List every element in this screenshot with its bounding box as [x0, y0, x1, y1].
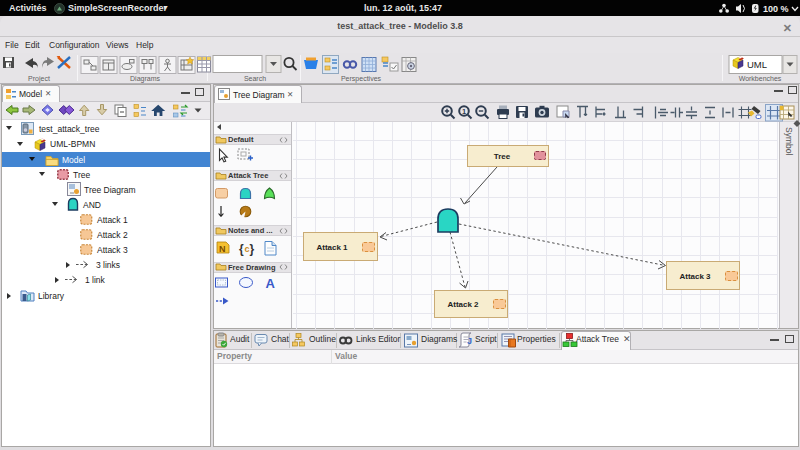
svg-text:100 %: 100 %	[763, 4, 789, 14]
svg-text:}: }	[250, 242, 255, 256]
svg-text:A: A	[266, 276, 276, 291]
svg-text:UML: UML	[747, 59, 767, 70]
svg-text:N: N	[219, 244, 226, 254]
svg-text:1: 1	[462, 107, 466, 116]
svg-text:{: {	[239, 242, 244, 256]
svg-text:J: J	[467, 336, 472, 346]
